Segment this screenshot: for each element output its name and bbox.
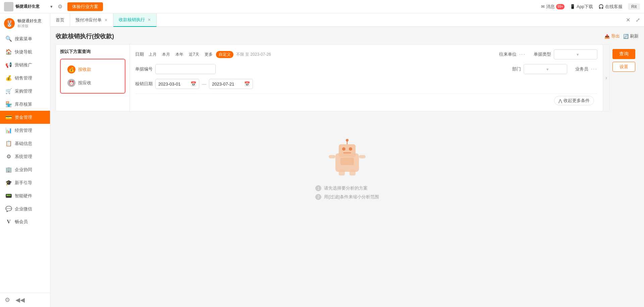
sidebar-item-search-menu[interactable]: 🔍 搜索菜单 [0,32,50,45]
user-profile[interactable]: Rit [628,3,640,10]
partner-select-btn[interactable]: ··· [519,51,526,57]
shortcut-more[interactable]: 更多 [203,51,215,58]
hint-num-2: 2 [315,194,321,200]
page-content: 收款核销执行(按收款) 📤 导出 🔄 刷新 [50,27,644,307]
shortcut-this-month[interactable]: 本月 [160,51,172,58]
sidebar-item-label: 新手引导 [15,180,32,186]
tab-maximize-icon[interactable]: ⤢ [634,16,641,24]
messages-badge: 99+ [556,4,565,9]
sidebar-collapse-icon[interactable]: ◀◀ [15,296,25,304]
svg-point-3 [349,147,352,151]
tab-home[interactable]: 首页 [50,13,70,27]
svg-point-2 [342,147,345,151]
verify-date-end-input[interactable] [212,82,242,87]
top-bar: 畅捷通好生意 ▾ ⚙ 体验行业方案 ✉ 消息 99+ 📱 App下载 🎧 在线客… [0,0,644,13]
filter-option-by-receipt-label: 按收款 [78,66,91,72]
docno-input[interactable] [155,64,216,74]
sidebar-item-operation[interactable]: 📊 经营管理 [0,124,50,137]
shortcut-custom[interactable]: 自定义 [216,51,233,58]
right-filters-row2: 部门 ▾ 业务员 ··· [224,64,597,74]
sidebar-item-label: 搜索菜单 [15,36,32,42]
shortcut-7days[interactable]: 近7天 [187,51,201,58]
sidebar-item-system[interactable]: ⚙ 系统管理 [0,150,50,163]
refresh-icon: 🔄 [623,34,629,39]
sidebar-item-inventory[interactable]: 🏪 库存核算 [0,98,50,111]
tab-receipt-verify-close[interactable]: ✕ [148,17,151,22]
sidebar-item-label: 企业协同 [15,167,32,173]
settings-button[interactable]: 设置 [612,62,635,72]
empty-robot-illustration [327,138,367,178]
calendar-end-icon[interactable]: 📅 [244,81,250,87]
empty-hint-2: 2 用[过滤]条件来缩小分析范围 [315,194,379,200]
inventory-icon: 🏪 [5,101,12,107]
shortcut-this-year[interactable]: 本年 [173,51,185,58]
empty-hint-1-text: 请先选择要分析的方案 [324,185,368,191]
sidebar-item-purchase[interactable]: 🛒 采购管理 [0,85,50,98]
solution-button[interactable]: 体验行业方案 [67,2,103,11]
doc-type-label: 单据类型 [534,51,551,57]
filter-row-1: 日期 上月 本月 本年 近7天 更多 自定义 [135,49,597,59]
app-download-button[interactable]: 📱 App下载 [570,4,593,10]
sidebar-logo-sub: 标准版 [17,23,42,29]
sidebar-item-finance[interactable]: 💳 资金管理 [0,111,50,124]
filter-option-by-receivable[interactable]: ⏰ 按应收 [64,76,121,90]
refresh-button[interactable]: 🔄 刷新 [623,33,639,39]
docno-label: 单据编号 [135,66,153,72]
sidebar-item-member[interactable]: V 畅会员 [0,215,50,228]
tab-prepay-close[interactable]: ✕ [104,18,108,22]
empty-state: 1 请先选择要分析的方案 2 用[过滤]条件来缩小分析范围 [56,111,639,227]
svg-rect-8 [359,155,366,158]
main-layout: 🐰 畅捷通好生意 标准版 🔍 搜索菜单 🏠 快捷导航 📢 营销推广 💰 销售管理… [0,13,644,307]
tab-bar: 首页 预付冲应付单 ✕ 收款核销执行 ✕ ✕ ⤢ [50,13,644,27]
filter-salesperson-field: 业务员 ··· [575,66,597,72]
tab-close-all-icon[interactable]: ✕ [625,16,632,24]
svg-rect-10 [350,170,356,175]
sidebar-item-label: 营销推广 [15,62,32,68]
query-button[interactable]: 查询 [612,49,635,59]
empty-hint-2-text: 用[过滤]条件来缩小分析范围 [324,194,379,200]
svg-rect-6 [343,152,351,153]
doc-type-select[interactable]: ▾ [554,49,597,59]
filter-option-by-receivable-label: 按应收 [78,80,91,86]
collapse-icon: ⋀ [558,98,562,103]
filter-doc-type-field: 单据类型 ▾ [534,49,597,59]
tab-prepay[interactable]: 预付冲应付单 ✕ [70,13,113,27]
hint-num-1: 1 [315,185,321,191]
date-shortcuts: 上月 本月 本年 近7天 更多 自定义 [147,51,233,58]
tab-receipt-verify[interactable]: 收款核销执行 ✕ [113,13,157,27]
sidebar-item-enterprise[interactable]: 🏢 企业协同 [0,163,50,176]
filter-option-by-receipt[interactable]: 💰 按收款 [64,63,121,76]
verify-date-label: 核销日期 [135,81,153,87]
dept-select[interactable]: ▾ [524,64,567,74]
verify-date-end-wrapper: 📅 [209,79,253,89]
side-collapse-button[interactable]: › [603,45,609,111]
sidebar-settings-icon[interactable]: ⚙ [5,296,10,304]
empty-hints: 1 请先选择要分析的方案 2 用[过滤]条件来缩小分析范围 [315,185,379,200]
verify-date-start-input[interactable] [158,82,189,87]
guide-icon: 🎓 [5,180,12,186]
sidebar-item-label: 智能硬件 [15,193,32,199]
export-button[interactable]: 📤 导出 [604,33,620,39]
collapse-more-button[interactable]: ⋀ 收起更多条件 [554,96,594,105]
messages-button[interactable]: ✉ 消息 99+ [541,4,565,10]
message-icon: ✉ [541,4,545,9]
online-service-button[interactable]: 🎧 在线客服 [598,4,623,10]
salesperson-select-btn[interactable]: ··· [591,66,597,72]
settings-icon[interactable]: ⚙ [55,2,65,11]
export-icon: 📤 [604,34,610,39]
brand-dropdown[interactable]: ▾ [50,4,53,9]
shortcut-last-month[interactable]: 上月 [147,51,159,58]
verify-date-start-wrapper: 📅 [155,79,199,89]
sidebar-item-guide[interactable]: 🎓 新手引导 [0,176,50,189]
brand-area: 畅捷通好生意 [4,2,48,11]
sidebar-item-label: 经营管理 [15,127,32,134]
calendar-start-icon[interactable]: 📅 [191,81,196,87]
sidebar-item-wechat[interactable]: 💬 企业微信 [0,202,50,215]
sidebar-item-marketing[interactable]: 📢 营销推广 [0,58,50,71]
sidebar-item-quick-nav[interactable]: 🏠 快捷导航 [0,45,50,58]
sidebar-item-base-info[interactable]: 📋 基础信息 [0,137,50,150]
filter-partner-field: 往来单位 ··· [499,51,526,57]
tab-controls: ✕ ⤢ [622,16,644,24]
sidebar-item-smart-hw[interactable]: 📟 智能硬件 [0,189,50,202]
sidebar-item-sales[interactable]: 💰 销售管理 [0,71,50,85]
